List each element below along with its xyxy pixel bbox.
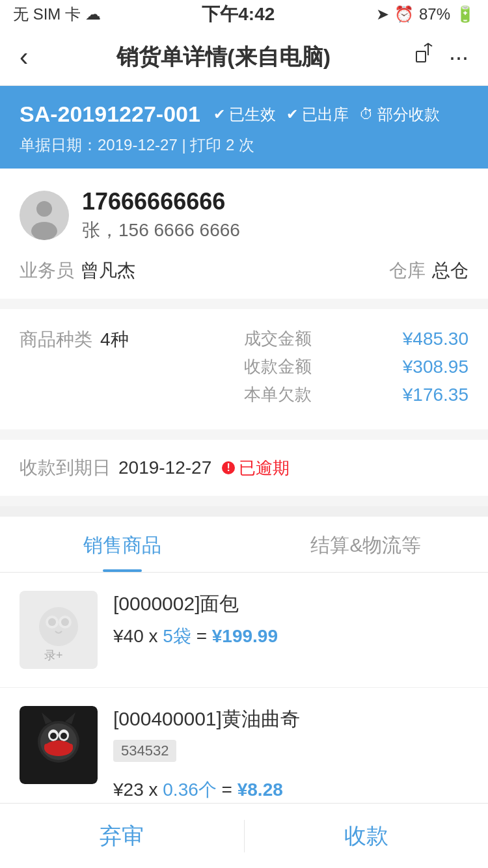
product-info-1: [0000002]面包 ¥40 x 5袋 = ¥199.99 <box>113 591 468 649</box>
status-tags: ✔ 已生效 ✔ 已出库 ⏱ 部分收款 <box>213 104 440 125</box>
customer-details: 业务员 曾凡杰 仓库 总仓 <box>20 252 468 283</box>
overdue-text: 已逾期 <box>239 457 290 480</box>
overdue-badge: ! 已逾期 <box>222 457 290 480</box>
salesperson-label: 业务员 <box>20 258 74 283</box>
product-code-2: [000400001] <box>113 708 222 729</box>
status-tag-effective: ✔ 已生效 <box>213 104 276 125</box>
total-2: ¥8.28 <box>237 780 283 800</box>
pay-button[interactable]: 收款 <box>245 808 489 864</box>
product-info-2: [000400001]黄油曲奇 534532 ¥23 x 0.36个 = ¥8.… <box>113 706 468 802</box>
stats-section: 商品种类 4种 成交金额 ¥485.30 收款金额 ¥308.95 本单欠款 ¥… <box>0 309 488 429</box>
qty-2: 0.36个 <box>163 780 217 800</box>
status-effective-label: 已生效 <box>229 104 276 125</box>
svg-rect-0 <box>416 51 426 62</box>
section-divider <box>0 506 488 517</box>
order-id: SA-20191227-001 <box>20 102 200 127</box>
back-button[interactable]: ‹ <box>13 36 34 78</box>
collected-label: 收款金额 <box>244 355 312 378</box>
battery-icon: 🔋 <box>455 5 475 23</box>
page-title: 销货单详情(来自电脑) <box>34 42 413 72</box>
svg-point-6 <box>39 607 78 646</box>
customer-phone: 17666666666 <box>82 188 240 215</box>
tabs-bar: 销售商品 结算&物流等 <box>0 517 488 573</box>
battery-status: 87% <box>419 5 450 23</box>
product-name-2: [000400001]黄油曲奇 <box>113 706 468 733</box>
debt-value: ¥176.35 <box>403 385 468 405</box>
equals-1: = <box>191 626 212 646</box>
status-tag-shipped: ✔ 已出库 <box>286 104 349 125</box>
cancel-button[interactable]: 弃审 <box>0 808 244 864</box>
unit-price-2: ¥23 x <box>113 780 163 800</box>
product-title-2: 黄油曲奇 <box>222 708 300 729</box>
warehouse-label: 仓库 <box>389 258 426 283</box>
product-type-label: 商品种类 <box>20 327 92 352</box>
status-partial-label: 部分收款 <box>377 104 440 125</box>
order-meta: 单据日期：2019-12-27 | 打印 2 次 <box>20 135 468 156</box>
tab-sales-products[interactable]: 销售商品 <box>0 517 244 572</box>
tabs-section: 销售商品 结算&物流等 录+ <box>0 517 488 821</box>
location-icon: ➤ <box>376 5 389 23</box>
status-shipped-label: 已出库 <box>302 104 349 125</box>
check-icon-1: ✔ <box>213 106 225 123</box>
bottom-bar: 弃审 收款 <box>0 803 488 868</box>
list-item: 录+ [0000002]面包 ¥40 x 5袋 = ¥199.99 <box>0 573 488 688</box>
product-thumbnail-1: 录+ <box>20 591 98 669</box>
svg-point-18 <box>61 733 67 739</box>
salesperson-value: 曾凡杰 <box>81 258 135 283</box>
customer-avatar <box>20 191 69 240</box>
svg-point-3 <box>36 201 52 217</box>
alarm-icon: ⏰ <box>394 5 414 23</box>
check-icon-2: ✔ <box>286 106 298 123</box>
product-type-value: 4种 <box>100 327 129 352</box>
deal-amount-value: ¥485.30 <box>403 329 468 349</box>
stats-left: 商品种类 4种 <box>20 327 244 356</box>
tab-settlement[interactable]: 结算&物流等 <box>244 517 488 572</box>
status-left: 无 SIM 卡 ☁ <box>13 4 101 25</box>
product-list: 录+ [0000002]面包 ¥40 x 5袋 = ¥199.99 <box>0 573 488 821</box>
svg-point-4 <box>31 222 57 240</box>
customer-sub-info: 张，156 6666 6666 <box>82 218 240 243</box>
status-tag-partial: ⏱ 部分收款 <box>359 104 440 125</box>
nav-right-actions: ··· <box>413 42 468 72</box>
order-date: 单据日期：2019-12-27 <box>20 136 178 154</box>
overdue-section: 收款到期日 2019-12-27 ! 已逾期 <box>0 440 488 496</box>
overdue-label: 收款到期日 <box>20 455 111 480</box>
total-1: ¥199.99 <box>212 626 278 646</box>
more-icon[interactable]: ··· <box>449 44 468 71</box>
product-title-1: 面包 <box>200 593 239 614</box>
product-thumbnail-2 <box>20 706 98 784</box>
customer-section: 17666666666 张，156 6666 6666 业务员 曾凡杰 仓库 总… <box>0 169 488 299</box>
list-item: [000400001]黄油曲奇 534532 ¥23 x 0.36个 = ¥8.… <box>0 688 488 821</box>
nav-bar: ‹ 销货单详情(来自电脑) ··· <box>0 29 488 86</box>
order-print-count: | 打印 2 次 <box>182 136 254 154</box>
product-code-1: [0000002] <box>113 593 200 614</box>
overdue-dot-icon: ! <box>222 461 235 474</box>
svg-text:录+: 录+ <box>44 649 63 662</box>
collected-value: ¥308.95 <box>403 357 468 377</box>
unit-price-1: ¥40 x <box>113 626 163 646</box>
warehouse-value: 总仓 <box>432 258 468 283</box>
product-price-1: ¥40 x 5袋 = ¥199.99 <box>113 624 468 649</box>
equals-2: = <box>217 780 237 800</box>
clock-icon: ⏱ <box>359 106 373 123</box>
share-icon[interactable] <box>413 42 436 72</box>
product-tag-2: 534532 <box>113 740 176 762</box>
order-header: SA-20191227-001 ✔ 已生效 ✔ 已出库 ⏱ 部分收款 单据日期：… <box>0 86 488 169</box>
qty-1: 5袋 <box>163 626 191 646</box>
status-right: ➤ ⏰ 87% 🔋 <box>376 5 475 23</box>
svg-rect-20 <box>44 744 73 750</box>
svg-point-10 <box>61 618 69 626</box>
product-name-1: [0000002]面包 <box>113 591 468 617</box>
stats-right: 成交金额 ¥485.30 收款金额 ¥308.95 本单欠款 ¥176.35 <box>244 327 468 411</box>
status-bar: 无 SIM 卡 ☁ 下午4:42 ➤ ⏰ 87% 🔋 <box>0 0 488 29</box>
svg-point-9 <box>48 618 56 626</box>
status-time: 下午4:42 <box>202 2 275 27</box>
sim-status: 无 SIM 卡 ☁ <box>13 4 101 25</box>
overdue-date: 2019-12-27 <box>118 457 211 478</box>
debt-label: 本单欠款 <box>244 383 312 406</box>
product-price-2: ¥23 x 0.36个 = ¥8.28 <box>113 778 468 802</box>
deal-amount-label: 成交金额 <box>244 327 312 350</box>
svg-point-17 <box>50 733 57 739</box>
